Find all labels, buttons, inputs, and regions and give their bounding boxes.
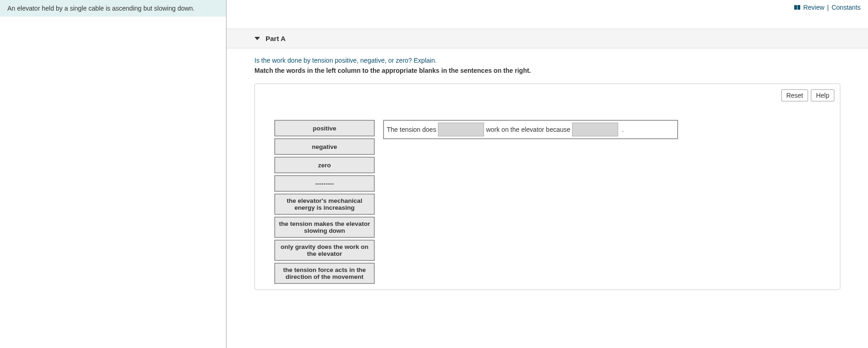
review-link[interactable]: Review [803, 4, 824, 11]
app-container: An elevator held by a single cable is as… [0, 0, 868, 348]
collapse-arrow-icon [254, 37, 260, 40]
separator: | [827, 4, 829, 11]
left-panel: An elevator held by a single cable is as… [0, 0, 226, 348]
word-item-only-gravity[interactable]: only gravity does the work on the elevat… [274, 240, 375, 261]
blank-2[interactable] [572, 123, 618, 136]
part-title: Part A [266, 35, 286, 42]
book-icon [794, 5, 800, 10]
problem-statement: An elevator held by a single cable is as… [0, 0, 226, 17]
word-item-slowing-down[interactable]: the tension makes the elevator slowing d… [274, 217, 375, 238]
word-item-direction-movement[interactable]: the tension force acts in the direction … [274, 263, 375, 284]
top-links: Review | Constants [227, 0, 868, 15]
part-body: Is the work done by tension positive, ne… [227, 48, 868, 298]
activity-header: Reset Help [260, 89, 834, 101]
reset-button[interactable]: Reset [781, 89, 809, 101]
word-item-mechanical-energy[interactable]: the elevator's mechanical energy is incr… [274, 194, 375, 215]
sentence-end: . [622, 126, 624, 133]
blank-1[interactable] [438, 123, 484, 136]
word-item-divider[interactable]: --------- [274, 175, 375, 192]
sentence-box: The tension does work on the elevator be… [383, 120, 678, 139]
part-header[interactable]: Part A [227, 29, 868, 48]
word-item-positive[interactable]: positive [274, 120, 375, 136]
right-panel: Review | Constants Part A Is the work do… [226, 0, 868, 348]
word-item-negative[interactable]: negative [274, 138, 375, 155]
sentence-part2: work on the elevator because [486, 126, 570, 133]
help-button[interactable]: Help [811, 89, 834, 101]
activity-box: Reset Help positive negative zero ------… [254, 83, 840, 290]
activity-content: positive negative zero --------- the ele… [260, 120, 834, 284]
word-item-zero[interactable]: zero [274, 157, 375, 173]
word-bank: positive negative zero --------- the ele… [274, 120, 375, 284]
instructions-text: Match the words in the left column to th… [254, 67, 840, 74]
question-text: Is the work done by tension positive, ne… [254, 57, 840, 64]
sentence-part1: The tension does [387, 126, 436, 133]
constants-link[interactable]: Constants [832, 4, 861, 11]
